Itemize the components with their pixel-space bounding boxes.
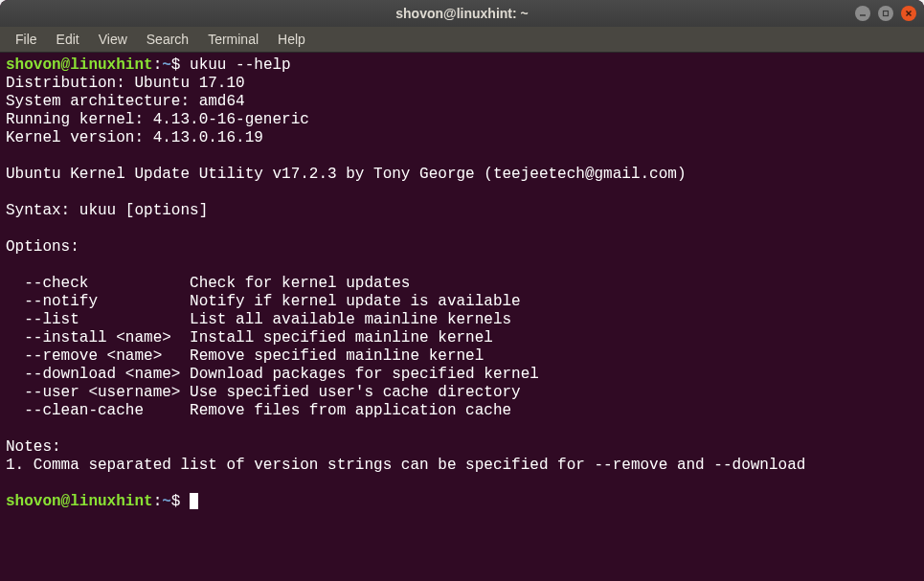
window-title: shovon@linuxhint: ~ — [395, 6, 528, 21]
output-line: --clean-cache Remove files from applicat… — [6, 402, 511, 419]
output-line: --install <name> Install specified mainl… — [6, 329, 493, 346]
menu-terminal[interactable]: Terminal — [200, 30, 266, 49]
output-line: 1. Comma separated list of version strin… — [6, 457, 805, 474]
command-text: ukuu --help — [190, 56, 291, 74]
menu-help[interactable]: Help — [270, 30, 313, 49]
menu-search[interactable]: Search — [139, 30, 196, 49]
prompt-symbol: $ — [171, 56, 181, 74]
cursor — [190, 493, 198, 509]
output-line: Options: — [6, 238, 79, 256]
terminal-area[interactable]: shovon@linuxhint:~$ ukuu --help Distribu… — [0, 53, 924, 581]
output-line: --remove <name> Remove specified mainlin… — [6, 347, 484, 365]
output-line: --download <name> Download packages for … — [6, 366, 539, 383]
close-icon — [905, 10, 913, 17]
menu-edit[interactable]: Edit — [49, 30, 87, 49]
output-line: Kernel version: 4.13.0.16.19 — [6, 129, 263, 146]
output-line: --user <username> Use specified user's c… — [6, 384, 521, 401]
prompt-colon: : — [153, 56, 163, 74]
output-line: --check Check for kernel updates — [6, 275, 410, 292]
prompt-colon: : — [153, 493, 163, 510]
output-line: --list List all available mainline kerne… — [6, 311, 511, 328]
svg-rect-1 — [884, 11, 889, 16]
close-button[interactable] — [901, 6, 916, 21]
output-line: Notes: — [6, 438, 61, 456]
menu-file[interactable]: File — [8, 30, 45, 49]
output-line: Running kernel: 4.13.0-16-generic — [6, 111, 309, 128]
minimize-icon — [859, 10, 867, 17]
maximize-icon — [882, 10, 890, 17]
prompt-path: ~ — [162, 493, 171, 510]
output-line: System architecture: amd64 — [6, 93, 245, 110]
menu-view[interactable]: View — [91, 30, 135, 49]
prompt-symbol: $ — [171, 493, 181, 510]
output-line: Ubuntu Kernel Update Utility v17.2.3 by … — [6, 166, 687, 183]
prompt-user-host: shovon@linuxhint — [6, 56, 153, 74]
maximize-button[interactable] — [878, 6, 893, 21]
prompt-path: ~ — [162, 56, 171, 74]
terminal-window: shovon@linuxhint: ~ File Edit View Searc… — [0, 0, 924, 581]
window-controls — [855, 6, 916, 21]
minimize-button[interactable] — [855, 6, 870, 21]
output-line: --notify Notify if kernel update is avai… — [6, 293, 521, 310]
prompt-user-host: shovon@linuxhint — [6, 493, 153, 510]
output-line: Distribution: Ubuntu 17.10 — [6, 75, 245, 92]
output-line: Syntax: ukuu [options] — [6, 202, 208, 219]
menubar: File Edit View Search Terminal Help — [0, 27, 924, 53]
titlebar: shovon@linuxhint: ~ — [0, 0, 924, 27]
